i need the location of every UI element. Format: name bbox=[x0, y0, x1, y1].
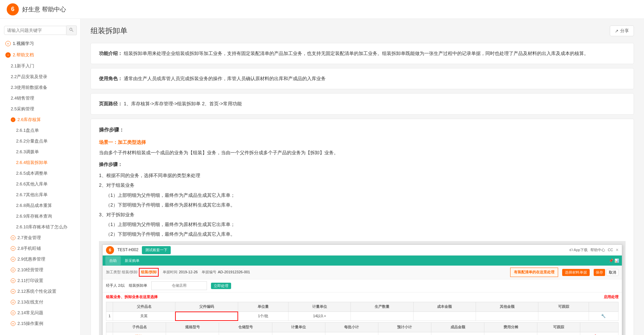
sidebar-item-inventory[interactable]: − 2.6库存核算 bbox=[0, 114, 80, 125]
cell-name: 跟踪1 bbox=[113, 332, 166, 335]
share-button[interactable]: ↗ 分享 bbox=[610, 25, 634, 36]
cell-name: 关英 bbox=[113, 312, 175, 321]
sidebar-item-cases[interactable]: + 2.15操作案例 bbox=[0, 318, 80, 329]
step-3: 3、对于拆卸业务 bbox=[99, 211, 626, 219]
tab-self-service[interactable]: 自助 bbox=[105, 256, 121, 266]
sidebar-item-sales[interactable]: 2.4销售管理 bbox=[0, 93, 80, 104]
col-uom: 计量单位 bbox=[288, 302, 351, 312]
sidebar-item-print[interactable]: + 2.11打印设置 bbox=[0, 275, 80, 286]
search-box bbox=[0, 23, 80, 38]
cell-code-highlighted bbox=[175, 312, 238, 321]
path-intro-label: 页面路径： bbox=[99, 101, 122, 106]
plus-icon-9: + bbox=[11, 311, 15, 315]
sidebar-item-video[interactable]: + 1.视频学习 bbox=[0, 38, 80, 49]
search-input[interactable] bbox=[4, 26, 66, 35]
step-2-1: （1）上部明细为父件明细，最终作为产成品生成其它入库单； bbox=[99, 191, 626, 200]
cell-uom: 14以0.+ bbox=[288, 312, 351, 321]
cell-cost bbox=[413, 312, 476, 321]
sidebar-item-install[interactable]: 2.2产品安装及登录 bbox=[0, 71, 80, 82]
cell-wh bbox=[219, 332, 272, 335]
sidebar-item-cost-recalc[interactable]: 2.6.8商品成本重算 bbox=[0, 200, 80, 211]
sidebar-item-cost-adjust[interactable]: 2.6.5成本调整单 bbox=[0, 168, 80, 179]
operations-block: 操作步骤： 场景一：加工类型选择 当由多个子件材料组装成一个成品的业务为【组装】… bbox=[91, 119, 634, 335]
col-parent-code: 父件编码 bbox=[175, 302, 238, 312]
plus-icon-10: + bbox=[11, 321, 15, 326]
sidebar-item-coupon[interactable]: + 2.9优惠券管理 bbox=[0, 254, 80, 265]
sidebar-item-adjust[interactable]: 2.6.3调拨单 bbox=[0, 147, 80, 157]
feature-intro-text: 组装拆卸单用来处理企业组装或拆卸等加工业务，支持有固定装配清单的产品加工业务，也… bbox=[124, 51, 589, 56]
app-close-btn[interactable]: × bbox=[616, 246, 619, 254]
step-1: 1、根据不同的业务，选择不同单据的类型来处理 bbox=[99, 171, 626, 180]
select-bill-btn[interactable]: 选择材料单据 bbox=[562, 269, 590, 276]
sidebar-item-faq[interactable]: + 2.14常见问题 bbox=[0, 308, 80, 318]
col2-alloc: 费用分摊 bbox=[484, 323, 537, 332]
step-3-2: （2）下部明细为子件明细，最终作为产成品生成其它入库单。 bbox=[99, 230, 626, 238]
share-icon: ↗ bbox=[615, 29, 619, 34]
app-form-header: 加工类型 组装/拆卸 组装/拆卸 单据时间 2019-12-26 单据编号 AD… bbox=[103, 266, 622, 279]
type-value-highlighted: 组装/拆卸 bbox=[139, 268, 159, 277]
col-prod-qty: 生产数量 bbox=[351, 302, 413, 312]
annotation-notice-1: 有装配清单的在这里处理 bbox=[510, 268, 558, 277]
label-count: 经手人 2/以 bbox=[106, 282, 125, 289]
nav-section: + 1.视频学习 − 2.帮助文档 2.1新手入门 2.2产品安装及登录 2.3… bbox=[0, 38, 80, 329]
col-cost-amt: 成本金额 bbox=[413, 302, 476, 312]
sidebar-item-other-in[interactable]: 2.6.6其他入库单 bbox=[0, 179, 80, 189]
sidebar-item-ledger-error[interactable]: 2.6.10库存账本错了怎么办 bbox=[0, 222, 80, 232]
sidebar-item-stocktake[interactable]: 2.6.1盘点单 bbox=[0, 125, 80, 136]
tab-new-purchase[interactable]: 新采购单 bbox=[121, 256, 144, 266]
col2-prod-amt: 成品金额 bbox=[431, 323, 484, 332]
sidebar-item-other-out[interactable]: 2.6.7其他出库单 bbox=[0, 189, 80, 200]
parent-items-table: 父件品名 父件编码 单位量 计量单位 生产数量 成本金额 其他金额 可跟踪 bbox=[106, 302, 619, 321]
warehouse-input[interactable]: 仓储店用 bbox=[151, 281, 207, 290]
save-btn[interactable]: 保存 bbox=[594, 269, 605, 276]
role-intro-block: 使用角色： 通常由生产人员或库管人员完成拆装业务的操作，库管人员确认原材料的出库… bbox=[91, 68, 634, 89]
col-checkbox bbox=[106, 302, 113, 312]
role-intro-label: 使用角色： bbox=[99, 76, 122, 81]
cell-alloc: 0.00 bbox=[484, 332, 537, 335]
scenario1-desc: 当由多个子件材料组装成一个成品的业务为【组装】业务，当由一个父件拆分成多个子产品… bbox=[99, 149, 626, 157]
sidebar-item-fund[interactable]: + 2.7资金管理 bbox=[0, 232, 80, 243]
col2-act bbox=[580, 323, 619, 332]
sidebar-item-newcomer[interactable]: 2.1新手入门 bbox=[0, 61, 80, 71]
page-title: 组装拆卸单 bbox=[91, 26, 127, 36]
search-icon bbox=[69, 27, 74, 32]
form-date-field: 单据时间 2019-12-26 bbox=[163, 269, 198, 276]
billno-label: 单据编号 bbox=[202, 269, 216, 276]
cell-est: 30.00 bbox=[378, 332, 431, 335]
sidebar-item-partial-stocktake[interactable]: 2.6.2分量盘点单 bbox=[0, 136, 80, 147]
table2-container: 子件品名 规格型号 仓储型号 计量单位 每批小计 预计小计 成品金额 费用分摊 … bbox=[103, 322, 622, 335]
cell-act: ✏️ 🗑 bbox=[580, 332, 619, 335]
sidebar-item-ledger-query[interactable]: 2.6.9库存账本查询 bbox=[0, 211, 80, 222]
plus-icon: + bbox=[5, 41, 11, 46]
sidebar-item-data-prep[interactable]: 2.3使用前数据准备 bbox=[0, 82, 80, 93]
confirm-btn[interactable]: 立即处理 bbox=[211, 283, 231, 289]
sidebar-item-assembly[interactable]: 2.6.4组装拆卸单 bbox=[0, 157, 80, 168]
sidebar-item-personalize[interactable]: + 2.12系统个性化设置 bbox=[0, 286, 80, 297]
cell-spec bbox=[166, 332, 219, 335]
sidebar-item-mobile[interactable]: + 2.8手机旺铺 bbox=[0, 243, 80, 254]
search-button[interactable] bbox=[66, 25, 77, 35]
sidebar-item-label: 1.视频学习 bbox=[13, 41, 34, 47]
form-type-field: 加工类型 组装/拆卸 组装/拆卸 bbox=[106, 268, 159, 277]
path-intro-block: 页面路径： 1、库存核算->库存管理->组装拆卸单 2、首页->常用功能 bbox=[91, 93, 634, 114]
app-btn-cc: CC bbox=[608, 247, 613, 254]
col-parent-name: 父件品名 bbox=[113, 302, 175, 312]
col2-spec: 规格型号 bbox=[166, 323, 219, 332]
sidebar-item-purchase[interactable]: 2.5采购管理 bbox=[0, 104, 80, 114]
app-menu-btn[interactable]: 测试账套一下 bbox=[142, 246, 171, 254]
cancel-btn[interactable]: 取消 bbox=[606, 269, 619, 276]
app-header-buttons: 🏷 App下载 帮助中心 CC × bbox=[569, 246, 619, 254]
col2-track: 可跟踪 bbox=[537, 323, 580, 332]
sidebar-item-ops[interactable]: + 2.10经营管理 bbox=[0, 265, 80, 275]
table1-container: 父件品名 父件编码 单位量 计量单位 生产数量 成本金额 其他金额 可跟踪 bbox=[103, 302, 622, 323]
header: 6 好生意 帮助中心 bbox=[0, 0, 644, 19]
plus-icon-3: + bbox=[11, 246, 15, 251]
col2-batch: 每批小计 bbox=[325, 323, 378, 332]
label-info: 组装拆卸单 bbox=[129, 282, 147, 289]
sidebar-item-online-pay[interactable]: + 2.13在线支付 bbox=[0, 297, 80, 308]
cell-other bbox=[476, 312, 538, 321]
sidebar: + 1.视频学习 − 2.帮助文档 2.1新手入门 2.2产品安装及登录 2.3… bbox=[0, 19, 80, 335]
logo: 6 bbox=[7, 3, 19, 15]
table-row: 1 关英 1个/批 14以0.+ 🔧 bbox=[106, 312, 619, 321]
sidebar-item-docs[interactable]: − 2.帮助文档 bbox=[0, 49, 80, 61]
